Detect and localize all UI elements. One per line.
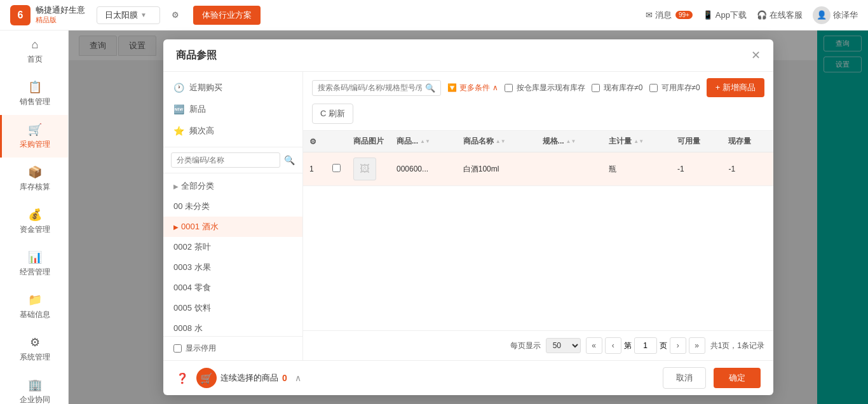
nav-app-download[interactable]: 📱 App下载	[703, 10, 747, 21]
warehouse-display-checkbox-group: 按仓库显示现有库存	[505, 83, 585, 93]
category-item-0002[interactable]: 0002 茶叶	[163, 237, 302, 257]
finance-icon: 💰	[28, 208, 42, 222]
sidebar-item-operations[interactable]: 📊 经营管理	[0, 243, 68, 285]
star-icon: ⭐	[173, 126, 184, 136]
stock-nonzero-checkbox[interactable]	[592, 84, 600, 92]
avatar: 👤	[813, 6, 831, 24]
tab-recent-purchase[interactable]: 🕐 近期购买	[163, 77, 302, 98]
refresh-button[interactable]: C 刷新	[312, 104, 353, 124]
sidebar-item-home[interactable]: ⌂ 首页	[0, 30, 68, 72]
category-item-0003[interactable]: 0003 水果	[163, 257, 302, 278]
category-item-00[interactable]: 00 未分类	[163, 196, 302, 217]
nav-user[interactable]: 👤 徐泽华	[813, 6, 858, 24]
experience-button[interactable]: 体验行业方案	[193, 6, 261, 25]
sidebar-item-sales[interactable]: 📋 销售管理	[0, 72, 68, 115]
new-product-button[interactable]: + 新增商品	[707, 78, 764, 97]
toolbar: 🔍 🔽 更多条件 ∧ 按仓库显示现有库存	[303, 72, 773, 131]
warehouse-display-checkbox[interactable]	[505, 84, 513, 92]
th-available: 可用量	[671, 131, 722, 152]
sort-code-icon: ▲▼	[420, 138, 430, 144]
sidebar-item-basic[interactable]: 📁 基础信息	[0, 285, 68, 328]
tab-new-products[interactable]: 🆕 新品	[163, 98, 302, 120]
table-area: ⚙ 商品图片 商品... ▲▼	[303, 131, 773, 330]
confirm-button[interactable]: 确定	[714, 368, 761, 388]
th-settings[interactable]: ⚙	[303, 131, 326, 152]
first-page-btn[interactable]: «	[586, 337, 602, 354]
product-search-input[interactable]	[318, 83, 423, 92]
category-search-input[interactable]	[171, 152, 280, 168]
cancel-button[interactable]: 取消	[663, 367, 706, 389]
sidebar-item-inventory[interactable]: 📦 库存核算	[0, 158, 68, 200]
sort-spec-icon: ▲▼	[566, 138, 576, 144]
th-unit[interactable]: 主计量 ▲▼	[602, 131, 671, 152]
page-label: 第	[624, 340, 632, 351]
page-suffix: 页	[660, 340, 667, 351]
message-icon: ✉	[646, 10, 653, 20]
cart-label: 连续选择的商品	[220, 372, 278, 384]
right-panel: 🔍 🔽 更多条件 ∧ 按仓库显示现有库存	[303, 72, 773, 360]
stock-nonzero-label[interactable]: 现有库存≠0	[604, 83, 642, 93]
headset-icon: 🎧	[757, 10, 767, 20]
show-disabled-checkbox[interactable]	[173, 344, 182, 353]
cart-badge-area[interactable]: 🛒 连续选择的商品 0	[196, 368, 287, 388]
category-search-icon[interactable]: 🔍	[284, 155, 295, 165]
chevron-down-icon: ▼	[140, 11, 147, 18]
category-item-0001[interactable]: ▶ 0001 酒水	[163, 217, 302, 237]
next-page-btn[interactable]: ›	[670, 337, 686, 354]
prev-page-btn[interactable]: ‹	[605, 337, 621, 354]
sort-name-icon: ▲▼	[496, 138, 506, 144]
th-spec[interactable]: 规格... ▲▼	[536, 131, 603, 152]
filter-icon: 🔽	[447, 83, 457, 92]
modal-body: 🕐 近期购买 🆕 新品 ⭐ 频次高	[163, 72, 773, 360]
new-icon: 🆕	[173, 104, 184, 114]
tab-frequent[interactable]: ⭐ 频次高	[163, 120, 302, 142]
warehouse-display-label[interactable]: 按仓库显示现有库存	[517, 83, 585, 93]
table-row[interactable]: 1 🖼 000600... 白酒100ml 瓶	[303, 152, 773, 186]
row-checkbox[interactable]	[332, 164, 341, 172]
available-nonzero-checkbox[interactable]	[649, 84, 658, 92]
row-stock-cell: -1	[722, 152, 773, 186]
logo-sub: 精品版	[36, 15, 85, 25]
show-disabled-label[interactable]: 显示停用	[186, 343, 216, 354]
mobile-icon: 📱	[703, 10, 713, 20]
stock-nonzero-checkbox-group: 现有库存≠0	[592, 83, 642, 93]
per-page-select[interactable]: 50 100 200	[546, 338, 581, 353]
basic-icon: 📁	[28, 293, 42, 307]
filter-button[interactable]: 🔽 更多条件 ∧	[447, 83, 498, 93]
close-icon[interactable]: ✕	[751, 48, 761, 62]
sort-unit-icon: ▲▼	[634, 138, 644, 144]
caret-icon: ▶	[173, 183, 179, 190]
inventory-icon: 📦	[28, 165, 42, 179]
nav-message[interactable]: ✉ 消息 99+	[646, 10, 693, 21]
available-nonzero-label[interactable]: 可用库存≠0	[661, 83, 700, 93]
page-number-input[interactable]	[634, 337, 657, 354]
row-unit-cell: 瓶	[602, 152, 671, 186]
th-stock: 现存量	[722, 131, 773, 152]
operations-icon: 📊	[28, 250, 42, 264]
sidebar-item-system[interactable]: ⚙ 系统管理	[0, 328, 68, 370]
product-table: ⚙ 商品图片 商品... ▲▼	[303, 131, 773, 186]
sidebar-item-finance[interactable]: 💰 资金管理	[0, 200, 68, 243]
store-selector[interactable]: 日太阳膜 ▼	[97, 6, 160, 24]
row-spec-cell	[536, 152, 603, 186]
sidebar-item-enterprise[interactable]: 🏢 企业协同	[0, 370, 68, 404]
show-disabled-area: 显示停用	[163, 336, 302, 360]
modal-title: 商品参照	[176, 49, 217, 62]
category-item-all[interactable]: ▶ 全部分类	[163, 176, 302, 196]
nav-online-service[interactable]: 🎧 在线客服	[757, 10, 803, 21]
category-item-0004[interactable]: 0004 零食	[163, 278, 302, 298]
th-name[interactable]: 商品名称 ▲▼	[457, 131, 536, 152]
settings-icon[interactable]: ⚙	[165, 5, 186, 25]
th-code[interactable]: 商品... ▲▼	[390, 131, 457, 152]
collapse-icon[interactable]: ∧	[295, 373, 301, 383]
last-page-btn[interactable]: »	[689, 337, 705, 354]
logo-area: 6 畅捷通好生意 精品版	[10, 5, 86, 25]
row-checkbox-cell[interactable]	[326, 152, 347, 186]
category-item-0008[interactable]: 0008 水	[163, 318, 302, 336]
sidebar-item-purchase[interactable]: 🛒 采购管理	[0, 115, 68, 158]
row-index: 1	[303, 152, 326, 186]
help-icon[interactable]: ❓	[176, 372, 189, 384]
product-image: 🖼	[353, 158, 376, 180]
enterprise-icon: 🏢	[28, 378, 42, 392]
category-item-0005[interactable]: 0005 饮料	[163, 298, 302, 318]
